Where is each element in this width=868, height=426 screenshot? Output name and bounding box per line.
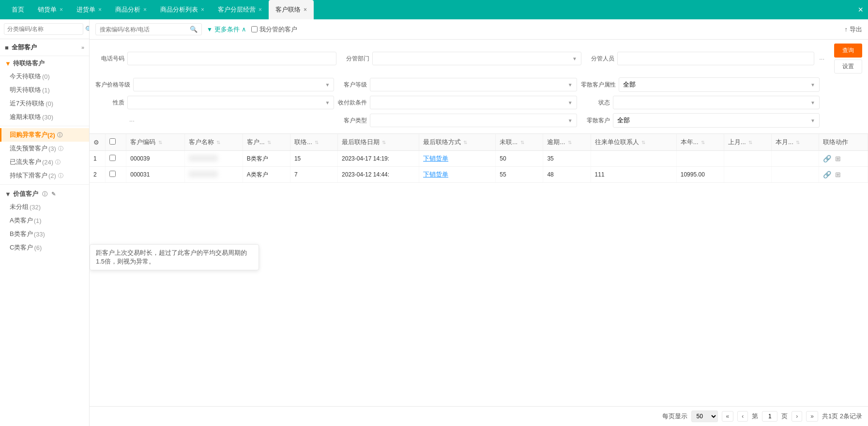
th-type: 客户... ⇅ [243, 134, 290, 151]
last-contact-date: 2023-04-12 14:44: [338, 167, 419, 183]
sort-icon[interactable]: ⇅ [568, 140, 572, 145]
info-icon[interactable]: ⓘ [58, 172, 63, 179]
status-select[interactable]: ▼ [613, 96, 820, 109]
sidebar-item-overdue-contact[interactable]: 逾期未联络(30) [0, 110, 89, 124]
all-customers-label[interactable]: ■ 全部客户 » [0, 39, 89, 56]
query-button[interactable]: 查询 [834, 44, 862, 58]
info-icon[interactable]: ⓘ [55, 159, 61, 166]
search-input[interactable] [100, 26, 190, 33]
search-icon[interactable]: 🔍 [190, 26, 198, 33]
sort-icon[interactable]: ⇅ [641, 140, 645, 145]
price-level-select[interactable]: ▼ [133, 78, 334, 91]
gear-icon[interactable]: ⚙ [93, 139, 99, 146]
export-button[interactable]: ↑ 导出 [845, 25, 863, 34]
sidebar-item-class-b[interactable]: B类客户(33) [0, 227, 89, 241]
sort-icon[interactable]: ⇅ [158, 140, 162, 145]
nav-home[interactable]: 首页 [5, 0, 31, 19]
next-page-button[interactable]: › [792, 411, 802, 422]
sidebar-item-ungrouped[interactable]: 未分组(32) [0, 200, 89, 214]
filter-nature: 性质 ▼ [95, 96, 334, 109]
first-page-button[interactable]: « [722, 411, 734, 422]
sidebar-item-tomorrow-pending[interactable]: 明天待联络(1) [0, 83, 89, 97]
search-icon[interactable]: 🔍 [85, 26, 90, 33]
sidebar-group-pending-contact[interactable]: ▼ 待联络客户 [0, 56, 89, 70]
grid-action-icon[interactable]: ⊞ [835, 171, 841, 178]
sort-icon[interactable]: ⇅ [520, 140, 524, 145]
sidebar-item-churn-warning[interactable]: 流失预警客户(3) ⓘ [0, 142, 89, 155]
link-action-icon[interactable]: 🔗 [823, 171, 831, 178]
sort-icon[interactable]: ⇅ [463, 140, 467, 145]
ellipsis-icon[interactable]: ··· [817, 55, 826, 62]
info-icon[interactable]: ⓘ [57, 132, 62, 139]
nav-purchase-order[interactable]: 进货单 × [70, 0, 108, 19]
close-icon[interactable]: × [201, 6, 204, 13]
chevron-down-icon: ▼ [325, 82, 330, 88]
th-last-contact-date: 最后联络日期 ⇅ [338, 134, 419, 151]
grid-action-icon[interactable]: ⊞ [835, 155, 841, 162]
row-checkbox-cell[interactable] [105, 167, 126, 183]
sidebar-item-class-a[interactable]: A类客户(1) [0, 214, 89, 227]
my-customers-checkbox[interactable]: 我分管的客户 [251, 25, 297, 34]
customer-level-select[interactable]: ▼ [370, 78, 577, 91]
close-icon[interactable]: × [98, 6, 102, 13]
more-conditions-button[interactable]: ▼ 更多条件 ∧ [207, 25, 246, 34]
customer-code: 000039 [126, 151, 184, 167]
sort-icon[interactable]: ⇅ [701, 140, 705, 145]
row-checkbox[interactable] [109, 155, 116, 161]
nav-product-analysis[interactable]: 商品分析 × [108, 0, 153, 19]
category-search-input[interactable] [4, 23, 83, 35]
table-checkbox-header[interactable] [105, 134, 126, 151]
phone-input[interactable] [127, 52, 336, 65]
sidebar-item-today-pending[interactable]: 今天待联络(0) [0, 70, 89, 83]
customer-type-select[interactable]: ▼ [370, 114, 577, 127]
nav-product-analysis-list[interactable]: 商品分析列表 × [153, 0, 211, 19]
row-checkbox[interactable] [109, 171, 116, 177]
department-select[interactable]: ▼ [372, 52, 581, 65]
info-icon[interactable]: ⓘ [58, 145, 63, 152]
my-customers-check[interactable] [251, 26, 258, 32]
per-page-select[interactable]: 50 100 200 [691, 411, 718, 422]
last-month-amount [724, 151, 771, 167]
collapse-icon[interactable]: » [81, 44, 84, 50]
nav-customer-segmentation[interactable]: 客户分层经营 × [211, 0, 269, 19]
payment-select[interactable]: ▼ [370, 96, 577, 109]
nav-customer-contact[interactable]: 客户联络 × [269, 0, 314, 19]
retail-attr-select[interactable]: 全部 ▼ [619, 77, 820, 92]
filter-bar: 🔍 ▼ 更多条件 ∧ 我分管的客户 ↑ 导出 [90, 19, 868, 40]
nav-sales-order[interactable]: 销货单 × [31, 0, 70, 19]
retail-customer-select[interactable]: 全部 ▼ [613, 113, 820, 128]
sidebar-group-value-customers[interactable]: ▼ 价值客户 ⓘ ✎ [0, 187, 89, 200]
sort-icon[interactable]: ⇅ [315, 140, 319, 145]
sort-icon[interactable]: ⇅ [216, 140, 220, 145]
close-icon[interactable]: × [143, 6, 147, 13]
table-settings-header[interactable]: ⚙ [90, 134, 105, 151]
last-page-button[interactable]: » [806, 411, 818, 422]
sidebar-item-abnormal-repurchase[interactable]: 回购异常客户 (2) ⓘ [0, 128, 89, 142]
sort-icon[interactable]: ⇅ [748, 140, 752, 145]
sidebar-item-7days-pending[interactable]: 近7天待联络(0) [0, 97, 89, 110]
manager-select[interactable] [617, 52, 814, 65]
last-month-amount [724, 167, 771, 183]
edit-icon[interactable]: ✎ [51, 191, 56, 197]
sidebar-item-class-c[interactable]: C类客户(6) [0, 241, 89, 254]
chevron-icon: ∧ [242, 26, 246, 33]
sort-icon[interactable]: ⇅ [267, 140, 271, 145]
settings-button[interactable]: 设置 [834, 59, 862, 73]
sort-icon[interactable]: ⇅ [382, 140, 386, 145]
close-icon[interactable]: × [60, 6, 63, 13]
select-all-checkbox[interactable] [109, 138, 116, 145]
close-icon[interactable]: × [259, 6, 262, 13]
nature-select[interactable]: ▼ [127, 96, 334, 109]
sort-icon[interactable]: ⇅ [796, 140, 800, 145]
close-window-button[interactable]: × [858, 5, 863, 15]
sidebar-item-declining[interactable]: 持续下滑客户(2) ⓘ [0, 169, 89, 182]
sidebar-item-churned[interactable]: 已流失客户(24) ⓘ [0, 155, 89, 169]
ellipsis-icon[interactable]: ··· [127, 117, 137, 124]
row-checkbox-cell[interactable] [105, 151, 126, 167]
page-number-input[interactable] [762, 411, 777, 422]
department-label: 分管部门 [340, 55, 369, 63]
close-icon[interactable]: × [304, 6, 307, 13]
prev-page-button[interactable]: ‹ [737, 411, 748, 422]
info-icon[interactable]: ⓘ [42, 191, 47, 198]
link-action-icon[interactable]: 🔗 [823, 155, 831, 162]
